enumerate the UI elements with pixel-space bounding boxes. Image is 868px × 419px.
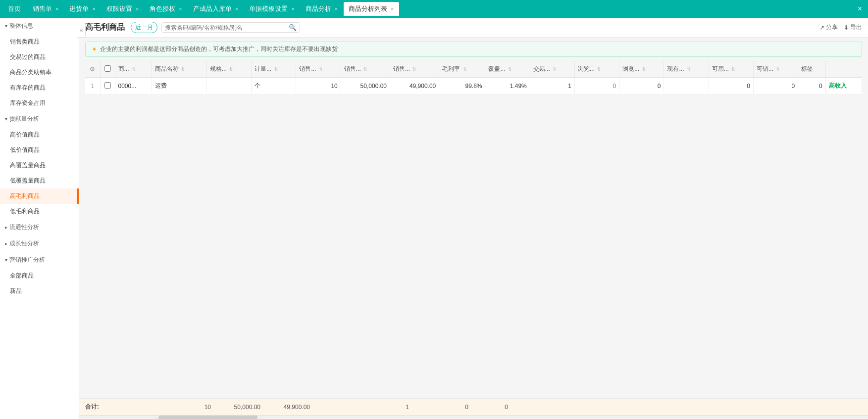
- nav-tab-product-analysis-list[interactable]: 商品分析列表 ×: [344, 2, 399, 16]
- select-all-checkbox[interactable]: [104, 65, 111, 72]
- close-tab-icon[interactable]: ×: [179, 6, 182, 12]
- sort-icon[interactable]: ⇅: [776, 67, 780, 72]
- close-tab-icon[interactable]: ×: [291, 6, 294, 12]
- sort-icon[interactable]: ⇅: [731, 67, 735, 72]
- sidebar-item-all-goods[interactable]: 全部商品: [0, 268, 79, 283]
- sort-icon[interactable]: ⇅: [274, 67, 278, 72]
- cell-coverage: 1.49%: [485, 78, 530, 94]
- sort-icon[interactable]: ⇅: [181, 67, 185, 72]
- share-button[interactable]: ↗ 分享: [819, 23, 838, 32]
- search-box: 🔍: [161, 22, 300, 33]
- arrow-down-icon: ▾: [5, 23, 7, 29]
- footer-cells: 10 50,000.00 49,900.00 1 0 0: [174, 404, 511, 411]
- search-input[interactable]: [165, 24, 289, 31]
- cell-browse2: 0: [619, 78, 664, 94]
- content-area: 高毛利商品 近一月 🔍 ↗ 分享 ⬇ 导出 ✦ 企业的主要的利润都是这部分商品创…: [79, 18, 868, 419]
- col-header-trade: 交易... ⇅: [530, 61, 574, 78]
- nav-tab-product-analysis[interactable]: 商品分析 ×: [301, 2, 343, 16]
- settings-column-header[interactable]: ⚙: [85, 61, 100, 78]
- sidebar-item-low-coverage[interactable]: 低覆盖量商品: [0, 173, 79, 188]
- sort-icon[interactable]: ⇅: [687, 67, 691, 72]
- close-tab-icon[interactable]: ×: [92, 6, 95, 12]
- sort-icon[interactable]: ⇅: [553, 67, 557, 72]
- horizontal-scrollbar[interactable]: [79, 415, 868, 419]
- sidebar-item-low-value[interactable]: 低价值商品: [0, 142, 79, 158]
- row-checkbox-cell[interactable]: [100, 78, 115, 94]
- nav-tab-sales-order[interactable]: 销售单 ×: [28, 2, 63, 16]
- sidebar-item-high-margin[interactable]: 高毛利商品: [0, 188, 79, 204]
- nav-tab-role-auth[interactable]: 角色授权 ×: [145, 2, 187, 16]
- share-icon: ↗: [819, 24, 824, 31]
- sidebar-item-category-sales-rate[interactable]: 商品分类助销率: [0, 65, 79, 80]
- cell-name: 运费: [152, 78, 206, 94]
- sidebar-group-overall[interactable]: ▾ 整体信息: [0, 18, 79, 34]
- footer-col16: 0: [471, 404, 511, 411]
- sort-icon[interactable]: ⇅: [319, 67, 323, 72]
- sidebar-group-marketing[interactable]: ▾ 营销推广分析: [0, 252, 79, 268]
- cell-sales-amount2: 49,900.00: [390, 78, 439, 94]
- col-header-available: 可用... ⇅: [709, 61, 753, 78]
- sidebar-group-contribution[interactable]: ▾ 贡献量分析: [0, 111, 79, 127]
- time-filter-button[interactable]: 近一月: [131, 22, 157, 33]
- sidebar-item-high-coverage[interactable]: 高覆盖量商品: [0, 158, 79, 173]
- cell-unit: 个: [252, 78, 296, 94]
- sidebar-item-low-margin[interactable]: 低毛利商品: [0, 204, 79, 219]
- nav-tab-product-in[interactable]: 产成品入库单 ×: [188, 2, 243, 16]
- close-tab-icon[interactable]: ×: [136, 6, 139, 12]
- close-all-button[interactable]: ×: [854, 4, 866, 13]
- sidebar-item-high-value[interactable]: 高价值商品: [0, 127, 79, 142]
- table-wrapper[interactable]: ⚙ 商... ⇅ 商品名称 ⇅ 规格...: [79, 61, 868, 398]
- checkbox-column-header[interactable]: [100, 61, 115, 78]
- nav-tab-purchase-order[interactable]: 进货单 ×: [64, 2, 100, 16]
- col-header-spec: 规格... ⇅: [206, 61, 251, 78]
- cell-available: 0: [753, 78, 798, 94]
- sort-icon[interactable]: ⇅: [229, 67, 233, 72]
- sidebar-collapse-button[interactable]: «: [77, 23, 86, 38]
- sidebar-item-sales-goods[interactable]: 销售类商品: [0, 34, 79, 49]
- sort-icon[interactable]: ⇅: [132, 67, 136, 72]
- nav-tab-permission[interactable]: 权限设置 ×: [102, 2, 144, 16]
- sort-icon[interactable]: ⇅: [412, 67, 416, 72]
- sidebar-item-traded-goods[interactable]: 交易过的商品: [0, 49, 79, 65]
- nav-tab-home[interactable]: 首页: [2, 4, 27, 13]
- sidebar-group-growth[interactable]: ▸ 成长性分析: [0, 235, 79, 252]
- sort-icon[interactable]: ⇅: [508, 67, 512, 72]
- col-header-browse1: 浏览... ⇅: [574, 61, 619, 78]
- col-header-sales3: 销售... ⇅: [390, 61, 439, 78]
- export-button[interactable]: ⬇ 导出: [844, 23, 862, 32]
- sort-icon[interactable]: ⇅: [463, 67, 467, 72]
- info-icon: ✦: [92, 46, 97, 53]
- sidebar-item-stock-capital[interactable]: 库存资金占用: [0, 95, 79, 111]
- search-icon[interactable]: 🔍: [289, 24, 297, 31]
- export-icon: ⬇: [844, 24, 849, 31]
- sidebar-item-new-goods[interactable]: 新品: [0, 283, 79, 299]
- close-tab-icon[interactable]: ×: [235, 6, 238, 12]
- cell-current-stock: 0: [709, 78, 753, 94]
- sort-icon[interactable]: ⇅: [642, 67, 646, 72]
- col-header-code: 商... ⇅: [115, 61, 152, 78]
- header-actions: ↗ 分享 ⬇ 导出: [819, 23, 862, 32]
- info-banner: ✦ 企业的主要的利润都是这部分商品创造的，可考虑加大推广，同时关注库存是不要出现…: [85, 42, 862, 57]
- sidebar-item-in-stock-goods[interactable]: 有库存的商品: [0, 80, 79, 95]
- arrow-right-icon: ▸: [5, 241, 7, 246]
- cell-code: 0000...: [115, 78, 152, 94]
- close-tab-icon[interactable]: ×: [55, 6, 58, 12]
- sidebar-group-circulation[interactable]: ▸ 流通性分析: [0, 219, 79, 235]
- sort-icon[interactable]: ⇅: [363, 67, 367, 72]
- row-checkbox[interactable]: [104, 82, 111, 89]
- col-header-tag: 标签: [798, 61, 825, 78]
- footer-col14: 0: [412, 404, 471, 411]
- main-layout: ▾ 整体信息 销售类商品 交易过的商品 商品分类助销率 有库存的商品 库存资金占…: [0, 18, 868, 419]
- sort-icon[interactable]: ⇅: [597, 67, 601, 72]
- data-table: ⚙ 商... ⇅ 商品名称 ⇅ 规格...: [85, 61, 862, 94]
- col-header-coverage: 覆盖... ⇅: [485, 61, 530, 78]
- col-header-sellable: 可销... ⇅: [753, 61, 798, 78]
- close-tab-icon[interactable]: ×: [391, 6, 394, 12]
- nav-tab-template-settings[interactable]: 单据模板设置 ×: [244, 2, 299, 16]
- scrollbar-thumb[interactable]: [158, 416, 257, 419]
- arrow-right-icon: ▸: [5, 225, 7, 230]
- close-tab-icon[interactable]: ×: [335, 6, 338, 12]
- col-header-sales1: 销售... ⇅: [296, 61, 341, 78]
- cell-trade: 1: [530, 78, 574, 94]
- cell-browse1[interactable]: 0: [574, 78, 619, 94]
